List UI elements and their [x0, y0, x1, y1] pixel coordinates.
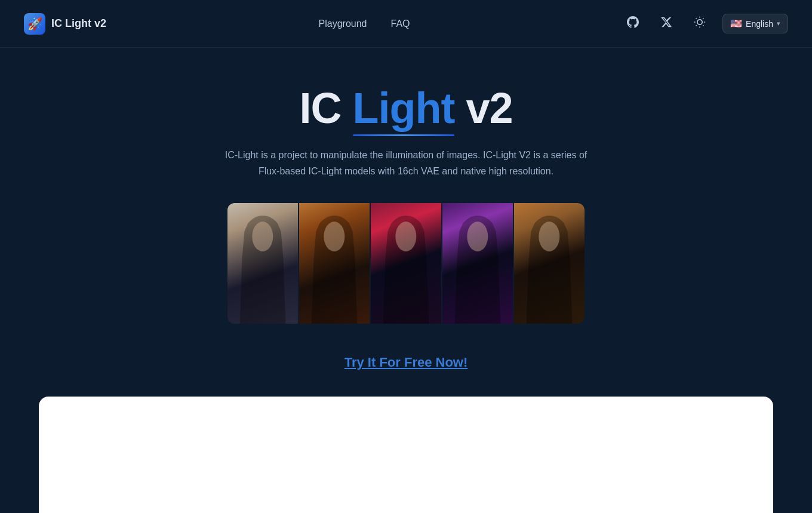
title-highlight: Light [353, 84, 455, 133]
svg-line-3 [696, 19, 697, 19]
main-content: IC Light v2 IC-Light is a project to man… [0, 48, 812, 513]
hero-description: IC-Light is a project to manipulate the … [215, 147, 597, 179]
chevron-down-icon: ▾ [777, 20, 780, 27]
image-strip [227, 203, 585, 324]
svg-point-0 [697, 20, 702, 24]
language-label: English [746, 19, 773, 29]
cta-button[interactable]: Try It For Free Now! [340, 352, 473, 373]
nav-center-links: Playground FAQ [319, 19, 410, 29]
nav-playground-link[interactable]: Playground [319, 19, 367, 29]
github-button[interactable] [622, 13, 644, 35]
theme-toggle-button[interactable] [689, 13, 710, 35]
sun-icon [694, 16, 706, 31]
svg-line-4 [703, 25, 703, 26]
image-panel-5 [514, 203, 585, 324]
app-name: IC Light v2 [51, 17, 106, 30]
navbar: 🚀 IC Light v2 Playground FAQ [0, 0, 812, 48]
image-panel-3 [371, 203, 441, 324]
title-pre: IC [299, 84, 352, 132]
hero-title: IC Light v2 [299, 84, 512, 133]
language-flag: 🇺🇸 [730, 18, 742, 29]
logo-icon: 🚀 [24, 13, 45, 35]
svg-line-8 [703, 19, 703, 19]
title-post: v2 [454, 84, 512, 132]
language-selector[interactable]: 🇺🇸 English ▾ [722, 14, 788, 33]
nav-faq-link[interactable]: FAQ [391, 19, 410, 29]
image-panel-1 [227, 203, 298, 324]
image-panel-4 [442, 203, 513, 324]
nav-logo[interactable]: 🚀 IC Light v2 [24, 13, 106, 35]
github-icon [627, 16, 639, 31]
content-box [39, 397, 773, 513]
x-twitter-button[interactable] [656, 13, 677, 35]
x-twitter-icon [660, 16, 672, 31]
svg-line-7 [696, 25, 697, 26]
nav-right-controls: 🇺🇸 English ▾ [622, 13, 788, 35]
logo-rocket-icon: 🚀 [27, 17, 42, 31]
image-panel-2 [299, 203, 370, 324]
